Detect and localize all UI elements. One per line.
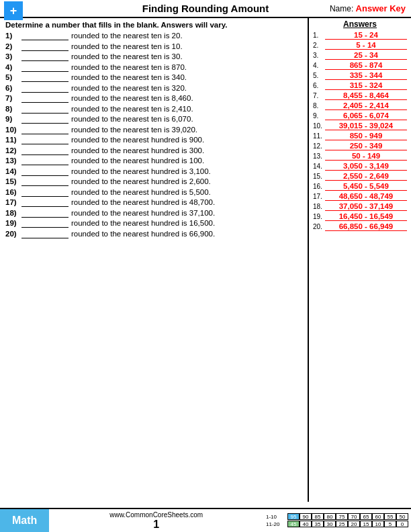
answer-value: 37,050 - 37,149 [325,202,407,211]
answer-number: 2. [313,42,325,49]
answer-value: 5,450 - 5,549 [325,182,407,191]
name-line: Name: Answer Key [330,3,406,13]
answer-row: 2. 5 - 14 [313,41,407,50]
question-number: 13) [5,157,21,165]
question-item: 9) rounded to the nearest ten is 6,070. [5,115,302,124]
logo-icon: + [4,1,23,20]
question-text: rounded to the nearest hundred is 2,600. [71,177,302,185]
answer-value: 335 - 344 [325,71,407,80]
answer-row: 4. 865 - 874 [313,61,407,70]
answer-number: 18. [313,203,325,210]
answer-blank[interactable] [21,52,68,61]
question-text: rounded to the nearest ten is 6,070. [71,115,302,123]
answer-blank[interactable] [21,63,68,72]
question-text: rounded to the nearest hundred is 48,700… [71,198,302,206]
answer-value: 5 - 14 [325,41,407,50]
answer-number: 13. [313,152,325,160]
answer-value: 850 - 949 [325,132,407,140]
score-cell: 50 [396,513,408,520]
answer-number: 9. [313,112,325,120]
answer-row: 1. 15 - 24 [313,31,407,40]
answer-blank[interactable] [21,146,68,155]
question-text: rounded to the nearest hundred is 37,100… [71,209,302,217]
answer-blank[interactable] [21,230,68,238]
answer-row: 8. 2,405 - 2,414 [313,101,407,110]
answer-blank[interactable] [21,167,68,176]
footer-website: www.CommonCoreSheets.com [109,511,203,519]
answer-blank[interactable] [21,73,68,82]
answer-blank[interactable] [21,105,68,114]
answer-value: 15 - 24 [325,31,407,40]
answer-blank[interactable] [21,94,68,103]
question-number: 2) [5,42,21,50]
question-item: 14) rounded to the nearest hundred is 3,… [5,167,302,176]
answer-value: 2,550 - 2,649 [325,172,407,181]
question-number: 19) [5,219,21,227]
answer-blank[interactable] [21,209,68,218]
answer-blank[interactable] [21,198,68,207]
page-title: Finding Rounding Amount [142,3,269,14]
score-row-1: 1-10 95908580757065605550 [266,513,408,520]
answer-number: 19. [313,213,325,220]
answer-value: 8,455 - 8,464 [325,91,407,100]
answer-blank[interactable] [21,136,68,144]
score-cell: 80 [324,513,336,520]
score-cell: 5 [384,521,396,527]
answer-value: 315 - 324 [325,81,407,90]
question-text: rounded to the nearest ten is 2,410. [71,105,302,113]
question-number: 8) [5,105,21,113]
score-label-1: 1-10 [266,514,287,520]
answer-row: 6. 315 - 324 [313,81,407,90]
answer-blank[interactable] [21,219,68,228]
question-item: 5) rounded to the nearest ten is 340. [5,73,302,82]
question-text: rounded to the nearest ten is 10. [71,42,302,50]
answer-blank[interactable] [21,84,68,93]
score-cell: 25 [336,521,348,527]
question-text: rounded to the nearest hundred is 66,900… [71,230,302,238]
name-label: Name: [330,4,353,13]
question-text: rounded to the nearest hundred is 16,500… [71,219,302,227]
answer-number: 16. [313,183,325,190]
answers-list: 1. 15 - 24 2. 5 - 14 3. 25 - 34 4. 865 -… [313,31,407,231]
question-number: 10) [5,126,21,134]
score-cell: 45 [287,521,300,527]
question-text: rounded to the nearest hundred is 100. [71,157,302,165]
question-number: 6) [5,84,21,92]
question-number: 7) [5,94,21,102]
answer-blank[interactable] [21,177,68,186]
answer-row: 7. 8,455 - 8,464 [313,91,407,100]
answer-blank[interactable] [21,126,68,134]
answer-value: 48,650 - 48,749 [325,192,407,201]
questions-list: 1) rounded to the nearest ten is 20. 2) … [5,32,302,238]
answer-number: 1. [313,32,325,39]
answer-row: 11. 850 - 949 [313,132,407,140]
question-number: 18) [5,209,21,217]
score-cell: 35 [312,521,324,527]
answer-value: 39,015 - 39,024 [325,122,407,130]
answer-row: 5. 335 - 344 [313,71,407,80]
question-number: 16) [5,188,21,196]
answer-row: 3. 25 - 34 [313,51,407,60]
question-text: rounded to the nearest hundred is 3,100. [71,167,302,175]
answers-column: Answers 1. 15 - 24 2. 5 - 14 3. 25 - 34 … [309,18,411,502]
answer-blank[interactable] [21,42,68,51]
answer-value: 25 - 34 [325,51,407,60]
answer-blank[interactable] [21,32,68,40]
question-number: 5) [5,73,21,81]
answer-blank[interactable] [21,115,68,124]
answer-value: 250 - 349 [325,142,407,150]
answer-key-label: Answer Key [356,3,406,13]
score-cell: 40 [300,521,312,527]
question-number: 9) [5,115,21,123]
answer-value: 16,450 - 16,549 [325,212,407,221]
answer-blank[interactable] [21,188,68,197]
answer-blank[interactable] [21,157,68,165]
answer-number: 3. [313,52,325,59]
question-number: 11) [5,136,21,144]
answer-row: 9. 6,065 - 6,074 [313,112,407,120]
answer-value: 865 - 874 [325,61,407,70]
main-content: Determine a number that fills in the bla… [0,18,411,502]
answer-number: 7. [313,92,325,99]
question-number: 1) [5,32,21,40]
score-cell: 85 [312,513,324,520]
